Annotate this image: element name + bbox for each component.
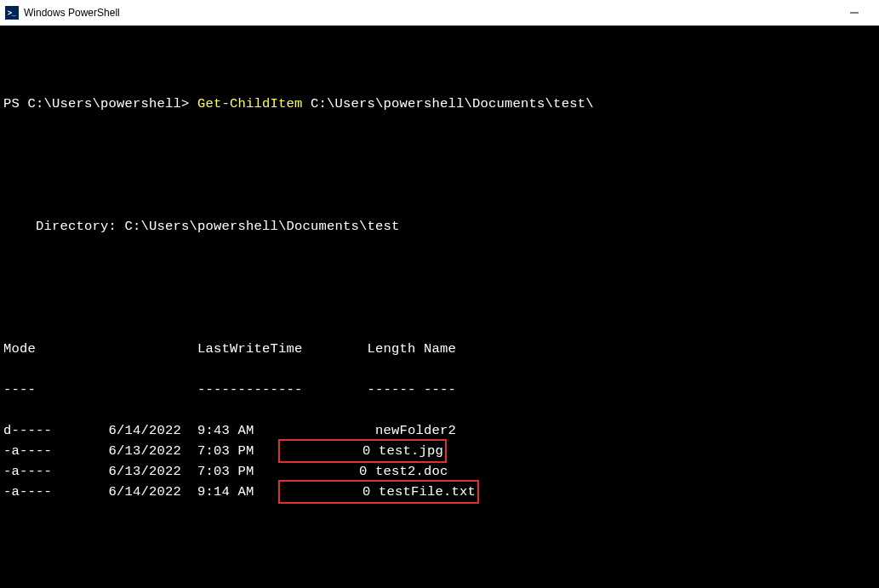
table-divider: ---- ------------- ------ ---- bbox=[3, 380, 876, 400]
cmd-arg: C:\Users\powershell\Documents\test\ bbox=[303, 96, 594, 111]
terminal-output[interactable]: PS C:\Users\powershell> Get-ChildItem C:… bbox=[0, 26, 879, 588]
cmdlet: Get-ChildItem bbox=[197, 96, 303, 111]
table-row: -a---- 6/13/2022 7:03 PM 0 test.jpg bbox=[3, 441, 876, 461]
window-title: Windows PowerShell bbox=[24, 7, 120, 19]
table-row: -a---- 6/13/2022 7:03 PM 0 test2.doc bbox=[3, 461, 876, 482]
table-row: -a---- 6/14/2022 9:14 AM 0 testFile.txt bbox=[3, 482, 876, 502]
powershell-icon: >_ bbox=[5, 6, 19, 20]
result-highlight: 0 test.jpg bbox=[278, 439, 447, 463]
table-header: Mode LastWriteTime Length Name bbox=[3, 339, 876, 359]
result-highlight: 0 testFile.txt bbox=[278, 480, 479, 504]
prompt: PS C:\Users\powershell> bbox=[3, 96, 197, 111]
directory-label: Directory: C:\Users\powershell\Documents… bbox=[3, 216, 876, 237]
minimize-button[interactable] bbox=[835, 0, 874, 26]
window-controls bbox=[835, 0, 874, 26]
table-row: d----- 6/14/2022 9:43 AM newFolder2 bbox=[3, 420, 876, 441]
titlebar[interactable]: >_ Windows PowerShell bbox=[0, 0, 879, 26]
